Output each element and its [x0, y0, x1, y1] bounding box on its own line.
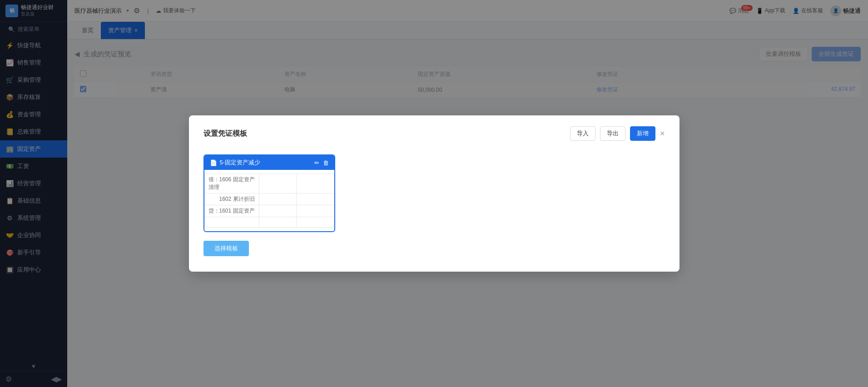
template-header-left: 📄 5-固定资产减少 — [210, 159, 261, 167]
main-content: 医疗器械行业演示 ▼ ⚙ | ☁ 我要体验一下 💬 消息 99+ 📱 App下载… — [67, 0, 868, 387]
modal-title: 设置凭证模板 — [203, 129, 247, 139]
select-btn-wrapper: 选择模板 — [203, 241, 665, 256]
entry-credit-3 — [297, 205, 334, 217]
template-body: 借：1606 固定资产清理 1602 累计折旧 — [204, 170, 334, 231]
entry-debit-2 — [259, 194, 297, 205]
template-delete-icon[interactable]: 🗑 — [323, 159, 329, 166]
entry-credit-2 — [297, 194, 334, 205]
template-entry-row: 贷：1601 固定资产 — [204, 205, 334, 217]
entry-credit-1 — [297, 174, 334, 194]
select-template-btn[interactable]: 选择模板 — [203, 241, 249, 256]
template-edit-icon[interactable]: ✏ — [314, 159, 319, 166]
modal-actions: 导入 导出 新增 — [570, 126, 655, 141]
modal-overlay: 设置凭证模板 导入 导出 新增 × — [67, 40, 868, 387]
new-btn[interactable]: 新增 — [630, 126, 655, 141]
entry-type-2: 1602 累计折旧 — [204, 194, 259, 205]
template-card: 📄 5-固定资产减少 ✏ 🗑 — [203, 154, 335, 232]
template-doc-icon: 📄 — [210, 159, 217, 166]
import-btn[interactable]: 导入 — [570, 126, 595, 141]
entry-debit-3 — [259, 205, 297, 217]
template-area: 📄 5-固定资产减少 ✏ 🗑 — [203, 150, 665, 261]
entry-type-3: 贷：1601 固定资产 — [204, 205, 259, 217]
entry-debit-1 — [259, 174, 297, 194]
template-card-header: 📄 5-固定资产减少 ✏ 🗑 — [204, 155, 334, 170]
template-name: 5-固定资产减少 — [220, 159, 261, 167]
template-entry-row: 借：1606 固定资产清理 — [204, 174, 334, 194]
page-body: ◀ 生成的凭证预览 批量调控模板 全部生成凭证 变动类型 资产名称 固定资产原 — [67, 40, 868, 387]
modal-header: 设置凭证模板 导入 导出 新增 × — [203, 126, 665, 141]
template-header-actions: ✏ 🗑 — [314, 159, 329, 166]
template-entry-row: 1602 累计折旧 — [204, 194, 334, 205]
template-entries-table: 借：1606 固定资产清理 1602 累计折旧 — [204, 174, 334, 228]
entry-type-1: 借：1606 固定资产清理 — [204, 174, 259, 194]
export-btn[interactable]: 导出 — [600, 126, 625, 141]
modal-dialog: 设置凭证模板 导入 导出 新增 × — [189, 115, 680, 272]
template-entry-empty — [204, 217, 334, 228]
modal-close-btn[interactable]: × — [660, 129, 665, 139]
